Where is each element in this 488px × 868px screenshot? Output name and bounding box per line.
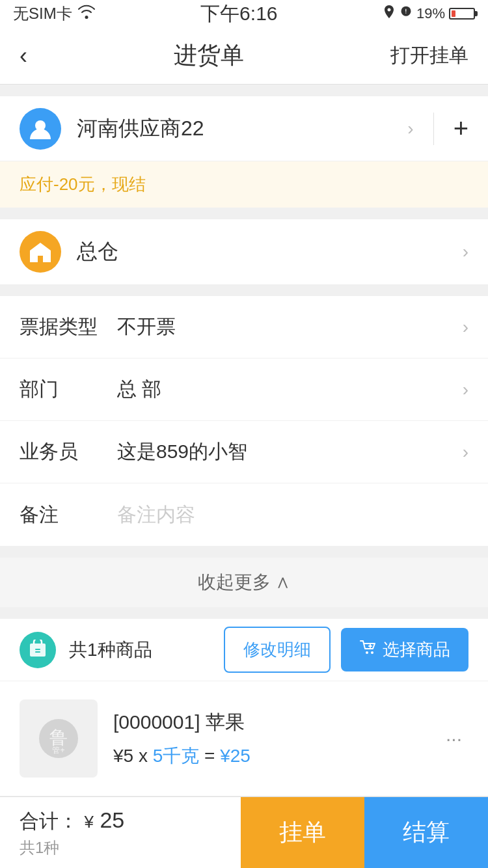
select-product-label: 选择商品 xyxy=(383,638,450,661)
product-thumbnail: 鲁 管+ xyxy=(20,699,98,778)
edit-detail-button[interactable]: 修改明细 xyxy=(224,627,331,673)
nav-bar: ‹ 进货单 打开挂单 xyxy=(0,27,488,85)
invoice-type-chevron-icon: › xyxy=(463,317,468,338)
total-number: 25 xyxy=(100,807,124,832)
department-label: 部门 xyxy=(20,376,111,403)
open-hang-button[interactable]: 打开挂单 xyxy=(390,42,468,69)
price-equals: = xyxy=(204,746,220,766)
collapse-row[interactable]: 收起更多 ∧ xyxy=(0,558,488,607)
bottom-bar: 合计： ¥ 25 共1种 挂单 结算 xyxy=(0,796,488,868)
status-right: 19% xyxy=(383,5,475,22)
back-button[interactable]: ‹ xyxy=(20,42,27,70)
total-symbol: ¥ xyxy=(84,812,93,832)
supplier-chevron-icon: › xyxy=(407,118,413,139)
svg-point-4 xyxy=(366,651,368,654)
supplier-name: 河南供应商22 xyxy=(77,115,407,143)
supplier-row[interactable]: 河南供应商22 › + xyxy=(0,96,488,161)
product-section: 共1种商品 修改明细 选择商品 鲁 管+ [000 xyxy=(0,619,488,796)
location-icon xyxy=(383,5,396,22)
product-count-icon xyxy=(20,632,56,668)
product-header: 共1种商品 修改明细 选择商品 xyxy=(0,619,488,681)
product-count-text: 共1种商品 xyxy=(69,638,224,662)
price-multiply: x xyxy=(139,746,153,766)
supplier-avatar xyxy=(20,108,61,150)
invoice-type-label: 票据类型 xyxy=(20,314,111,340)
supplier-card: 河南供应商22 › + 应付-20元，现结 xyxy=(0,96,488,208)
warehouse-name: 总仓 xyxy=(77,237,463,266)
product-info: [0000001] 苹果 ¥5 x 5千克 = ¥25 xyxy=(113,709,439,768)
salesperson-row[interactable]: 业务员 这是859的小智 › xyxy=(0,421,488,483)
warehouse-chevron-icon: › xyxy=(463,241,468,262)
invoice-type-value: 不开票 xyxy=(111,314,463,340)
department-row[interactable]: 部门 总 部 › xyxy=(0,359,488,421)
page-title: 进货单 xyxy=(174,40,244,72)
status-bar: 无SIM卡 下午6:16 19% xyxy=(0,0,488,27)
department-chevron-icon: › xyxy=(463,379,468,400)
svg-text:鲁: 鲁 xyxy=(49,727,68,748)
bottom-total: 合计： ¥ 25 共1种 xyxy=(0,807,241,858)
invoice-type-row[interactable]: 票据类型 不开票 › xyxy=(0,296,488,359)
warehouse-icon xyxy=(20,231,61,273)
svg-text:管+: 管+ xyxy=(52,746,64,755)
remark-label: 备注 xyxy=(20,502,111,528)
product-name: [0000001] 苹果 xyxy=(113,709,439,736)
settle-button[interactable]: 结算 xyxy=(364,797,488,869)
alarm-icon xyxy=(400,5,413,22)
product-item: 鲁 管+ [0000001] 苹果 ¥5 x 5千克 = ¥25 ··· xyxy=(0,681,488,796)
product-more-button[interactable]: ··· xyxy=(439,721,468,756)
select-product-button[interactable]: 选择商品 xyxy=(341,628,468,671)
svg-rect-2 xyxy=(35,649,40,650)
total-amount-display: 合计： ¥ 25 xyxy=(20,807,241,835)
wifi-icon xyxy=(77,5,96,23)
svg-rect-3 xyxy=(35,651,40,653)
add-supplier-button[interactable]: + xyxy=(454,114,468,143)
divider xyxy=(433,113,434,145)
total-count: 共1种 xyxy=(20,837,241,858)
remark-value: 备注内容 xyxy=(111,502,468,528)
product-price: ¥5 x 5千克 = ¥25 xyxy=(113,744,439,768)
battery-percent: 19% xyxy=(416,5,445,22)
form-card: 票据类型 不开票 › 部门 总 部 › 业务员 这是859的小智 › 备注 备注… xyxy=(0,296,488,546)
payment-notice: 应付-20元，现结 xyxy=(0,161,488,208)
price-value: ¥5 xyxy=(113,746,133,766)
carrier-text: 无SIM卡 xyxy=(13,3,72,24)
salesperson-value: 这是859的小智 xyxy=(111,439,463,465)
hang-button[interactable]: 挂单 xyxy=(241,797,364,869)
svg-point-5 xyxy=(371,651,373,654)
department-value: 总 部 xyxy=(111,376,463,403)
product-code: [0000001] xyxy=(113,711,200,733)
total-value: ¥25 xyxy=(220,746,251,766)
salesperson-label: 业务员 xyxy=(20,439,111,465)
top-spacer xyxy=(0,85,488,96)
warehouse-row[interactable]: 总仓 › xyxy=(0,219,488,284)
status-left: 无SIM卡 xyxy=(13,3,96,24)
collapse-text: 收起更多 ∧ xyxy=(198,570,291,595)
remark-row[interactable]: 备注 备注内容 xyxy=(0,483,488,546)
battery-icon xyxy=(449,8,475,20)
salesperson-chevron-icon: › xyxy=(463,442,468,463)
cart-icon xyxy=(359,640,377,660)
status-time: 下午6:16 xyxy=(200,1,277,27)
quantity-value: 5千克 xyxy=(153,746,200,766)
total-label: 合计： xyxy=(20,810,78,832)
product-title: 苹果 xyxy=(206,711,245,733)
